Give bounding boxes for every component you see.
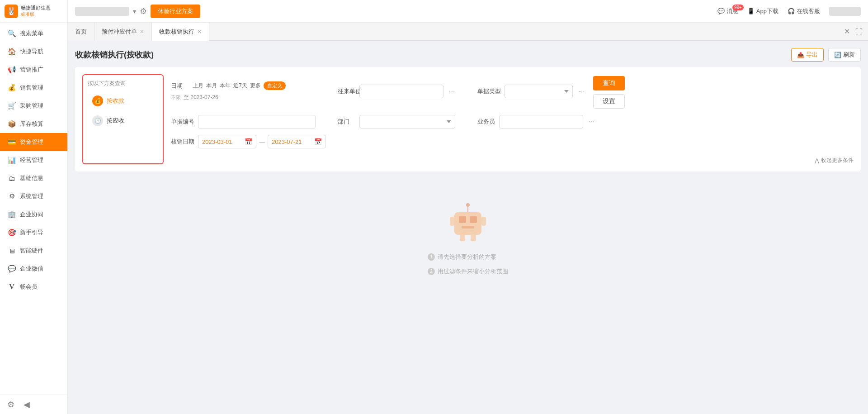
- industry-solution-button[interactable]: 休验行业方案: [151, 5, 200, 18]
- writeoff-start-wrap: 📅: [198, 135, 256, 148]
- filter-scheme-panel: 按以下方案查询 💰 按收款 🕐 按应收: [82, 74, 164, 164]
- tab-collection-close-icon[interactable]: ✕: [197, 29, 202, 35]
- filter-row-2: 单据编号 部门 业务员 ···: [171, 115, 854, 128]
- writeoff-end-cal-icon[interactable]: 📅: [314, 138, 322, 145]
- app-sub: 标准版: [21, 11, 51, 18]
- sidebar-item-basic[interactable]: 🗂 基础信息: [0, 169, 67, 187]
- tab-prepay-close-icon[interactable]: ✕: [140, 29, 144, 35]
- doc-type-select[interactable]: [505, 85, 573, 98]
- writeoff-start-cal-icon[interactable]: 📅: [245, 138, 252, 145]
- app-download-button[interactable]: 📱 App下载: [747, 7, 778, 15]
- dept-select[interactable]: [359, 115, 455, 128]
- footer-settings-icon[interactable]: ⚙: [7, 400, 14, 409]
- main-area: ▾ ⚙ 休验行业方案 💬 消息 99+ 📱 App下载 🎧 在线客服 首页: [68, 0, 868, 414]
- date-shortcut-lastmonth[interactable]: 上月: [193, 82, 203, 90]
- sidebar-item-system[interactable]: ⚙ 系统管理: [0, 187, 67, 205]
- member-icon: V: [7, 282, 16, 291]
- company-chevron-icon[interactable]: ▾: [133, 8, 136, 15]
- page-header: 收款核销执行(按收款) 📤 导出 🔄 刷新: [75, 48, 861, 62]
- svg-rect-3: [462, 226, 474, 228]
- filter-option-by-receipt[interactable]: 💰 按收款: [88, 92, 158, 110]
- sidebar-item-finance[interactable]: 💳 资金管理: [0, 133, 67, 151]
- empty-tips: 1 请先选择要分析的方案 2 用过滤条件来缩小分析范围: [428, 251, 508, 277]
- staff-input[interactable]: [499, 115, 583, 128]
- doc-type-more-icon[interactable]: ···: [576, 87, 586, 95]
- sidebar-item-guide[interactable]: 🎯 新手引导: [0, 224, 67, 242]
- page-title: 收款核销执行(按收款): [75, 49, 154, 60]
- sidebar-item-sales[interactable]: 💰 销售管理: [0, 79, 67, 97]
- tab-prepay[interactable]: 预付冲应付单 ✕: [94, 23, 152, 41]
- tabbar-actions: ✕ ⛶: [844, 27, 868, 36]
- writeoff-end-input[interactable]: [272, 138, 312, 145]
- sidebar-item-label: 系统管理: [20, 192, 43, 200]
- filter-panel: 按以下方案查询 💰 按收款 🕐 按应收 日期: [75, 67, 861, 171]
- sidebar-item-quick[interactable]: 🏠 快捷导航: [0, 43, 67, 61]
- tab-close-all-icon[interactable]: ✕: [844, 27, 850, 36]
- sidebar-item-label: 企业微信: [20, 265, 43, 273]
- doc-type-field: 单据类型 ···: [477, 85, 586, 98]
- doc-no-input[interactable]: [198, 115, 316, 128]
- date-range-dash: —: [259, 138, 265, 145]
- refresh-icon: 🔄: [834, 52, 841, 58]
- refresh-button[interactable]: 🔄 刷新: [828, 48, 861, 62]
- service-icon: 🎧: [788, 8, 795, 14]
- svg-rect-0: [454, 212, 481, 235]
- dept-field: 部门: [338, 115, 455, 128]
- staff-more-icon[interactable]: ···: [587, 118, 596, 126]
- sidebar-item-purchase[interactable]: 🛒 采购管理: [0, 97, 67, 115]
- sidebar-item-label: 库存核算: [20, 120, 43, 128]
- date-shortcut-thisyear[interactable]: 本年: [220, 82, 231, 90]
- sidebar-nav: 🔍 搜索菜单 🏠 快捷导航 📢 营销推广 💰 销售管理 🛒 采购管理 📦 库存核…: [0, 23, 67, 395]
- sidebar-item-operation[interactable]: 📊 经营管理: [0, 151, 67, 169]
- date-shortcut-7days[interactable]: 近7天: [233, 82, 247, 90]
- sidebar-item-label: 快捷导航: [20, 48, 43, 56]
- message-button[interactable]: 💬 消息 99+: [717, 7, 738, 15]
- date-shortcut-custom[interactable]: 自定义: [264, 81, 286, 90]
- page-actions: 📤 导出 🔄 刷新: [791, 48, 861, 62]
- query-button[interactable]: 查询: [593, 76, 625, 90]
- sidebar-item-search[interactable]: 🔍 搜索菜单: [0, 24, 67, 43]
- empty-tip-2: 2 用过滤条件来缩小分析范围: [428, 266, 508, 277]
- svg-rect-1: [459, 216, 466, 223]
- settings-button[interactable]: 设置: [593, 94, 625, 109]
- app-download-label: App下载: [756, 7, 778, 15]
- date-range-info: 不限 至 2023-07-26: [171, 94, 218, 101]
- tab-collection[interactable]: 收款核销执行 ✕: [152, 23, 209, 41]
- sidebar-footer: ⚙ ◀: [0, 395, 67, 414]
- filter-scheme-title: 按以下方案查询: [88, 80, 158, 87]
- coop-icon: 🏢: [7, 210, 16, 219]
- sidebar-item-hardware[interactable]: 🖥 智能硬件: [0, 242, 67, 260]
- filter-option-by-receivable[interactable]: 🕐 按应收: [88, 112, 158, 130]
- sidebar-item-wechat[interactable]: 💬 企业微信: [0, 260, 67, 278]
- svg-point-9: [466, 203, 470, 207]
- tab-expand-icon[interactable]: ⛶: [855, 28, 863, 36]
- writeoff-date-range: 📅 — 📅: [198, 135, 326, 148]
- sidebar-item-member[interactable]: V 畅会员: [0, 278, 67, 296]
- export-button[interactable]: 📤 导出: [791, 48, 824, 62]
- sidebar-item-coop[interactable]: 🏢 企业协同: [0, 205, 67, 224]
- tab-home[interactable]: 首页: [68, 23, 94, 41]
- date-shortcut-more[interactable]: 更多: [250, 82, 261, 90]
- sidebar-item-marketing[interactable]: 📢 营销推广: [0, 61, 67, 79]
- sidebar: 🐰 畅捷通好生意 标准版 🔍 搜索菜单 🏠 快捷导航 📢 营销推广 💰 销售管理…: [0, 0, 68, 414]
- sidebar-item-inventory[interactable]: 📦 库存核算: [0, 115, 67, 133]
- date-shortcut-thismonth[interactable]: 本月: [206, 82, 217, 90]
- online-service-button[interactable]: 🎧 在线客服: [788, 7, 820, 15]
- sidebar-item-label: 基础信息: [20, 174, 43, 182]
- message-icon: 💬: [717, 8, 725, 14]
- writeoff-start-input[interactable]: [202, 138, 243, 145]
- download-icon: 📱: [747, 8, 755, 14]
- filter-row-1: 日期 上月 本月 本年 近7天 更多 自定义 不限: [171, 74, 854, 109]
- counterparty-input[interactable]: [359, 85, 443, 98]
- topbar-right: 💬 消息 99+ 📱 App下载 🎧 在线客服: [717, 7, 861, 16]
- footer-collapse-icon[interactable]: ◀: [24, 400, 30, 409]
- counterparty-more-icon[interactable]: ···: [447, 87, 457, 95]
- topbar-settings-icon[interactable]: ⚙: [140, 6, 147, 16]
- sidebar-item-label: 企业协同: [20, 210, 43, 219]
- doc-type-label: 单据类型: [477, 87, 501, 95]
- empty-illustration: [441, 199, 495, 244]
- app-name: 畅捷通好生意: [21, 5, 51, 11]
- tab-collection-label: 收款核销执行: [159, 28, 194, 36]
- logo-icon: 🐰: [5, 5, 18, 18]
- collapse-more-button[interactable]: ⋀ 收起更多条件: [171, 157, 854, 164]
